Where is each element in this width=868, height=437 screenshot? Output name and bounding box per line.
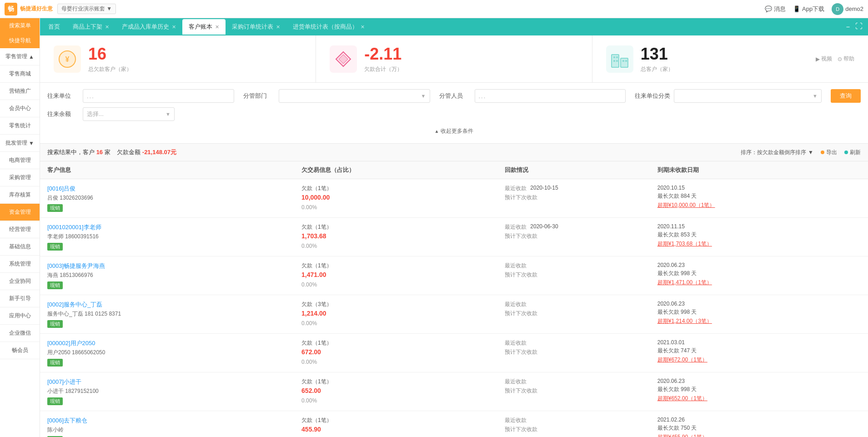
- sidebar-item-finance[interactable]: 资金管理: [0, 204, 40, 221]
- svg-rect-10: [622, 60, 624, 62]
- collapse-filter-btn[interactable]: ▲ 收起更多条件: [47, 126, 861, 137]
- branch-dept-input[interactable]: ▼: [279, 89, 430, 103]
- app-download-btn[interactable]: 📱 App下载: [793, 5, 824, 13]
- return-info-2: 最近收款 2020-06-30 预计下次收款: [505, 223, 657, 240]
- stat-icon-diamond: [330, 45, 357, 73]
- customer-name-link-3[interactable]: [0003]畅捷服务尹海燕: [47, 262, 301, 270]
- tab-product-history[interactable]: 产成品入库单历史 ✕: [115, 19, 182, 35]
- refresh-btn[interactable]: 刷新: [844, 149, 861, 156]
- export-icon: [821, 151, 824, 154]
- table-row: [0006]去下粮仓 陈小岭 现销 欠款（1笔） 455.90 0.00% 最近…: [40, 411, 868, 437]
- customer-name-link-1[interactable]: [0016]吕俊: [47, 185, 301, 193]
- stats-row: ¥ 16 总欠款客户（家）: [40, 35, 868, 83]
- customer-name-link-6[interactable]: [0007]小进干: [47, 378, 301, 386]
- total-customer-label: 总客户（家）: [641, 65, 673, 73]
- debt-amount-link-3[interactable]: 1,471.00: [301, 271, 505, 278]
- svg-rect-9: [616, 60, 618, 62]
- overdue-link-1[interactable]: 超期¥10,000.00（1笔）: [657, 201, 861, 209]
- debt-info-2: 欠款（1笔） 1,703.68 0.00%: [301, 223, 505, 249]
- col-header-overdue: 到期未收款日期: [657, 166, 861, 174]
- debt-amount-link-6[interactable]: 652.00: [301, 387, 505, 394]
- branch-person-input[interactable]: ...: [475, 89, 626, 103]
- avatar: D: [832, 3, 843, 15]
- customer-phone-7: 陈小岭: [47, 426, 301, 434]
- sidebar-item-batch-mgmt[interactable]: 批发管理 ▼: [0, 135, 40, 152]
- tab-close-product-list[interactable]: ✕: [105, 24, 109, 30]
- sidebar-item-system[interactable]: 系统管理: [0, 256, 40, 273]
- sidebar-item-enterprise-collab[interactable]: 企业协同: [0, 273, 40, 290]
- filter-branch-person: 分管人员 ...: [439, 89, 626, 103]
- customer-name-link-7[interactable]: [0006]去下粮仓: [47, 417, 301, 425]
- sidebar-item-new-guide[interactable]: 新手引导: [0, 290, 40, 307]
- overdue-link-5[interactable]: 超期¥672.00（1笔）: [657, 356, 861, 364]
- debt-amount-link-1[interactable]: 10,000.00: [301, 194, 505, 201]
- tab-home[interactable]: 首页: [42, 19, 66, 35]
- sidebar-item-app-center[interactable]: 应用中心: [0, 307, 40, 325]
- balance-input[interactable]: 选择... ▼: [83, 107, 175, 121]
- sort-select[interactable]: 排序：按欠款金额倒序排序 ▼: [741, 149, 813, 156]
- unit-category-input[interactable]: ▼: [674, 89, 822, 103]
- search-button[interactable]: 查询: [831, 89, 861, 103]
- overdue-link-6[interactable]: 超期¥652.00（1笔）: [657, 395, 861, 402]
- customer-tag-6: 现销: [47, 397, 63, 405]
- debt-amount-link-4[interactable]: 1,214.00: [301, 310, 505, 317]
- tab-minimize-btn[interactable]: －: [844, 22, 852, 32]
- tab-customer-account[interactable]: 客户账本 ✕: [182, 19, 226, 35]
- overdue-link-3[interactable]: 超期¥1,471.00（1笔）: [657, 279, 861, 286]
- export-btn[interactable]: 导出: [821, 149, 837, 156]
- tab-purchase-order[interactable]: 采购订单统计表 ✕: [226, 19, 286, 35]
- sidebar-item-enterprise-wechat[interactable]: 企业微信: [0, 325, 40, 342]
- store-selector[interactable]: 母婴行业演示账套 ▼: [57, 4, 116, 14]
- sidebar-item-super-member[interactable]: 畅会员: [0, 342, 40, 359]
- sidebar-search[interactable]: 搜索菜单: [0, 18, 40, 33]
- customer-phone-3: 海燕 18513066976: [47, 271, 301, 279]
- table-row: [0003]畅捷服务尹海燕 海燕 18513066976 现销 欠款（1笔） 1…: [40, 256, 868, 295]
- overdue-link-2[interactable]: 超期¥1,703.68（1笔）: [657, 240, 861, 248]
- table-row: [0002]服务中心_丁磊 服务中心_丁磊 181 0125 8371 现销 欠…: [40, 295, 868, 334]
- source-unit-input[interactable]: ...: [83, 89, 234, 103]
- sidebar-item-marketing[interactable]: 营销推广: [0, 83, 40, 100]
- tab-close-product-history[interactable]: ✕: [172, 24, 176, 30]
- overdue-link-7[interactable]: 超期¥455.90（1笔）: [657, 433, 861, 437]
- debt-amount-link-7[interactable]: 455.90: [301, 426, 505, 433]
- user-menu[interactable]: D demo2: [832, 3, 863, 15]
- video-btn[interactable]: ▶ 视频: [816, 55, 832, 63]
- customer-name-link-2[interactable]: [0001020001]李老师: [47, 223, 301, 231]
- sidebar-item-retail-store[interactable]: 零售商城: [0, 65, 40, 83]
- top-bar-right: 💬 消息 📱 App下载 D demo2: [765, 3, 863, 15]
- sidebar-item-inventory[interactable]: 库存核算: [0, 186, 40, 204]
- quick-nav[interactable]: 快捷导航: [0, 33, 40, 48]
- customer-tag-4: 现销: [47, 320, 63, 328]
- customer-phone-2: 李老师 18600391516: [47, 233, 301, 241]
- tab-close-customer-account[interactable]: ✕: [215, 24, 219, 30]
- debt-amount-link-2[interactable]: 1,703.68: [301, 232, 505, 240]
- debt-amount-link-5[interactable]: 672.00: [301, 348, 505, 356]
- sidebar-item-member-center[interactable]: 会员中心: [0, 100, 40, 117]
- debt-amount-label: 欠款合计（万）: [364, 65, 402, 73]
- customer-name-link-5[interactable]: [000002]用户2050: [47, 339, 301, 347]
- sidebar-item-purchase-mgmt[interactable]: 采购管理: [0, 169, 40, 186]
- tab-close-purchase-order[interactable]: ✕: [276, 24, 280, 30]
- stat-card-debt-customers: ¥ 16 总欠款客户（家）: [40, 35, 316, 82]
- customer-name-link-4[interactable]: [0002]服务中心_丁磊: [47, 301, 301, 309]
- tab-close-import-stats[interactable]: ✕: [361, 24, 365, 30]
- help-btn[interactable]: ⊙ 帮助: [838, 55, 854, 63]
- sidebar-item-ecommerce[interactable]: 电商管理: [0, 152, 40, 169]
- tab-maximize-btn[interactable]: ⛶: [855, 22, 863, 32]
- sidebar-item-retail-stats[interactable]: 零售统计: [0, 117, 40, 135]
- sidebar-item-operations[interactable]: 经营管理: [0, 221, 40, 238]
- tab-import-stats[interactable]: 进货单统计表（按商品） ✕: [286, 19, 371, 35]
- stat-card-debt-amount: -2.11 欠款合计（万）: [316, 35, 592, 82]
- content-area: 首页 商品上下架 ✕ 产成品入库单历史 ✕ 客户账本 ✕ 采购订单统计表 ✕: [40, 18, 868, 437]
- tab-product-list[interactable]: 商品上下架 ✕: [66, 19, 115, 35]
- customer-info-6: [0007]小进干 小进干 18279152100 现销: [47, 378, 301, 405]
- message-btn[interactable]: 💬 消息: [765, 5, 786, 13]
- overdue-info-5: 2021.03.01 最长欠款 747 天 超期¥672.00（1笔）: [657, 339, 861, 364]
- svg-rect-11: [625, 60, 627, 62]
- overdue-link-4[interactable]: 超期¥1,214.00（3笔）: [657, 317, 861, 325]
- customer-tag-5: 现销: [47, 359, 63, 367]
- filter-unit-category: 往来单位分类 ▼: [635, 89, 822, 103]
- customer-tag-1: 现销: [47, 204, 63, 212]
- sidebar-item-basic-info[interactable]: 基础信息: [0, 238, 40, 256]
- sidebar-item-retail-mgmt[interactable]: 零售管理 ▲: [0, 48, 40, 65]
